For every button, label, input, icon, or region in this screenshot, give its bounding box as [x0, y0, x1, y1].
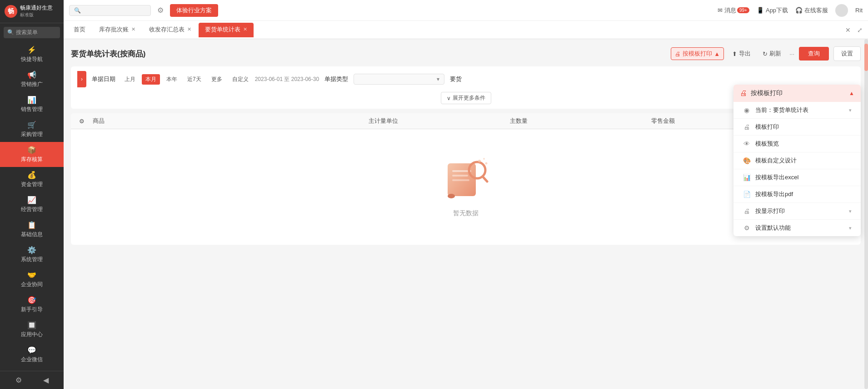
type-filter-dropdown[interactable]: ▾: [354, 74, 444, 85]
expand-arrow-btn[interactable]: ›: [77, 71, 86, 87]
page-header: 要货单统计表(按商品) 🖨 按模板打印 ▲ ⬆ 导出 ↻ 刷新 ··· 查询 设…: [71, 46, 861, 61]
dropdown-template-preview[interactable]: 👁 模板预览: [733, 136, 861, 152]
dropdown-header[interactable]: 🖨 按模板打印 ▲: [733, 85, 861, 102]
settings-bottom-icon[interactable]: ⚙: [15, 376, 22, 384]
message-action[interactable]: ✉ 消息 99+: [718, 6, 749, 15]
display-print-chevron-icon: ▾: [849, 208, 852, 214]
tab-receipt-summary-close[interactable]: ✕: [187, 26, 191, 32]
operation-icon: 📈: [27, 196, 36, 204]
dropdown-export-pdf[interactable]: 📄 按模板导出pdf: [733, 186, 861, 203]
sidebar: 畅 畅康通好生意 标准版 🔍 搜索菜单 ⚡ 快捷导航 📢 营销推广 📊 销售管理…: [0, 0, 64, 389]
dropdown-display-print-section[interactable]: 🖨 按显示打印 ▾: [733, 203, 861, 220]
dropdown-template-print[interactable]: 🖨 模板打印: [733, 119, 861, 136]
app-download-action[interactable]: 📱 App下载: [757, 6, 788, 15]
tab-inventory-batch-close[interactable]: ✕: [131, 26, 135, 32]
tab-order-stats-close[interactable]: ✕: [243, 26, 247, 32]
date-btn-last-month[interactable]: 上月: [121, 74, 139, 85]
col-settings[interactable]: ⚙: [75, 118, 89, 125]
sidebar-item-label: 企业协同: [21, 281, 43, 288]
date-btn-this-month[interactable]: 本月: [142, 74, 160, 85]
sidebar-item-label: 新手引导: [21, 306, 43, 313]
guide-icon: 🎯: [27, 296, 36, 304]
sidebar-item-inventory[interactable]: 📦 库存核算: [0, 142, 64, 167]
quick-nav-icon: ⚡: [27, 45, 36, 54]
topbar-search[interactable]: 🔍: [69, 5, 151, 16]
tab-window-close-icon[interactable]: ✕: [843, 25, 853, 35]
dropdown-template-design[interactable]: 🎨 模板自定义设计: [733, 152, 861, 169]
toolbar-more-icon[interactable]: ···: [789, 51, 794, 57]
message-icon: ✉: [718, 7, 723, 14]
svg-point-8: [483, 158, 485, 160]
sidebar-item-operation[interactable]: 📈 经营管理: [0, 192, 64, 217]
sidebar-item-purchase[interactable]: 🛒 采购管理: [0, 117, 64, 142]
template-design-icon: 🎨: [743, 157, 751, 164]
dropdown-export-excel[interactable]: 📊 按模板导出excel: [733, 169, 861, 186]
empty-text: 暂无数据: [453, 209, 479, 217]
query-btn[interactable]: 查询: [799, 47, 829, 61]
tab-inventory-batch[interactable]: 库存批次账 ✕: [93, 23, 142, 37]
tabs-bar: 首页 库存批次账 ✕ 收发存汇总表 ✕ 要货单统计表 ✕ ✕ ⤢: [64, 21, 868, 39]
username: Rit: [855, 7, 863, 14]
tab-window-expand-icon[interactable]: ⤢: [855, 25, 864, 35]
sidebar-item-marketing[interactable]: 📢 营销推广: [0, 67, 64, 92]
sidebar-item-system[interactable]: ⚙️ 系统管理: [0, 242, 64, 267]
app-logo: 畅 畅康通好生意 标准版: [0, 0, 64, 23]
sidebar-item-wechat[interactable]: 💬 企业微信: [0, 342, 64, 367]
print-template-btn[interactable]: 🖨 按模板打印 ▲: [671, 47, 724, 60]
tab-home[interactable]: 首页: [67, 23, 92, 37]
date-filter-label: 单据日期: [92, 75, 115, 83]
sidebar-item-finance[interactable]: 💰 资金管理: [0, 167, 64, 192]
sidebar-item-sales[interactable]: 📊 销售管理: [0, 92, 64, 117]
download-icon: 📱: [757, 7, 764, 14]
sidebar-nav: ⚡ 快捷导航 📢 营销推广 📊 销售管理 🛒 采购管理 📦 库存核算 💰 资金管…: [0, 42, 64, 371]
sidebar-item-quick-nav[interactable]: ⚡ 快捷导航: [0, 42, 64, 67]
dropdown-default-settings-left: ⚙ 设置默认功能: [743, 224, 791, 232]
date-btn-more[interactable]: 更多: [208, 74, 226, 85]
template-preview-label: 模板预览: [755, 140, 779, 148]
collapse-sidebar-icon[interactable]: ◀: [43, 376, 49, 384]
export-icon: ⬆: [732, 51, 737, 57]
sidebar-item-label: 系统管理: [21, 256, 43, 263]
sidebar-item-basic[interactable]: 📋 基础信息: [0, 217, 64, 242]
marketing-icon: 📢: [27, 71, 36, 79]
user-avatar[interactable]: [835, 4, 848, 17]
dropdown-header-chevron-icon[interactable]: ▲: [849, 90, 854, 96]
inventory-icon: 📦: [27, 146, 36, 154]
sidebar-item-label: 销售管理: [21, 106, 43, 113]
sidebar-search[interactable]: 🔍 搜索菜单: [4, 27, 60, 38]
tab-receipt-summary[interactable]: 收发存汇总表 ✕: [143, 23, 198, 37]
refresh-btn[interactable]: ↻ 刷新: [759, 48, 785, 60]
dropdown-header-left: 🖨 按模板打印: [740, 89, 783, 97]
online-service-action[interactable]: 🎧 在线客服: [795, 6, 828, 15]
sidebar-item-app-center[interactable]: 🔲 应用中心: [0, 317, 64, 342]
export-btn[interactable]: ⬆ 导出: [728, 48, 754, 60]
page-scrollbar[interactable]: [864, 39, 868, 389]
print-chevron-icon: ▲: [714, 51, 720, 57]
sidebar-item-cooperation[interactable]: 🤝 企业协同: [0, 267, 64, 292]
dropdown-default-settings-section[interactable]: ⚙ 设置默认功能 ▾: [733, 220, 861, 236]
display-print-label: 按显示打印: [755, 207, 785, 215]
finance-icon: 💰: [27, 171, 36, 179]
sidebar-item-label: 快捷导航: [21, 56, 43, 63]
type-filter-label: 单据类型: [324, 75, 348, 83]
trial-btn[interactable]: 体验行业方案: [170, 4, 218, 17]
dropdown-print-icon: 🖨: [740, 89, 747, 97]
sidebar-item-membership[interactable]: 🏅 畅会员: [0, 367, 64, 371]
date-range-text: 2023-06-01 至 2023-06-30: [255, 76, 319, 83]
date-btn-custom[interactable]: 自定义: [229, 74, 252, 85]
col-unit: 主计量单位: [365, 117, 506, 125]
tab-order-stats[interactable]: 要货单统计表 ✕: [199, 23, 254, 37]
current-item-icon: ◉: [743, 106, 751, 114]
basic-icon: 📋: [27, 221, 36, 229]
topbar-gear-icon[interactable]: ⚙: [157, 6, 164, 15]
export-excel-label: 按模板导出excel: [755, 173, 798, 182]
tab-inventory-batch-label: 库存批次账: [99, 25, 129, 34]
date-btn-this-year[interactable]: 本年: [163, 74, 181, 85]
date-btn-7days[interactable]: 近7天: [184, 74, 205, 85]
topbar: 🔍 ⚙ 体验行业方案 ✉ 消息 99+ 📱 App下载 🎧 在线客服 Rit: [64, 0, 868, 21]
export-pdf-icon: 📄: [743, 191, 751, 198]
sidebar-item-guide[interactable]: 🎯 新手引导: [0, 292, 64, 317]
settings-btn[interactable]: 设置: [833, 46, 861, 61]
expand-more-conditions-btn[interactable]: ∨ 展开更多条件: [441, 92, 491, 104]
dropdown-current-section[interactable]: ◉ 当前：要货单统计表 ▾: [733, 102, 861, 119]
